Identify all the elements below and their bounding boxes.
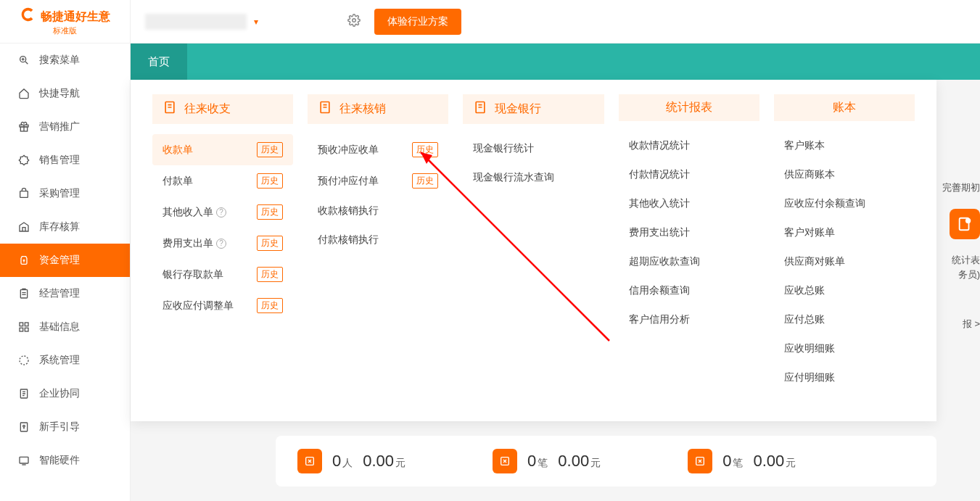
sidebar-item-11[interactable]: 新手引导 [0,410,130,444]
history-tag[interactable]: 历史 [257,142,283,157]
mega-item[interactable]: 预收冲应收单历史 [308,134,448,165]
history-tag[interactable]: 历史 [257,236,283,251]
history-tag[interactable]: 历史 [412,173,438,189]
stat-group-0: 0人0.00元 [297,449,405,473]
sidebar-item-6[interactable]: 资金管理 [0,244,130,277]
industry-plan-button[interactable]: 体验行业方案 [374,9,461,35]
mega-item-label: 付款核销执行 [318,233,379,247]
sidebar-item-label: 经营管理 [39,287,80,300]
svg-point-9 [20,356,28,365]
mega-item[interactable]: 应付总账 [774,305,915,334]
warehouse-icon [17,220,30,233]
float-badge-icon[interactable] [950,209,980,239]
mega-item[interactable]: 应收明细账 [774,334,915,363]
stat-icon [297,449,322,473]
clipboard-icon [17,287,30,300]
mega-item[interactable]: 付款单历史 [152,165,293,196]
mega-item[interactable]: 超期应收款查询 [619,247,759,276]
mega-header-title: 统计报表 [666,100,712,115]
mega-item[interactable]: 预付冲应付单历史 [308,165,448,196]
mega-item[interactable]: 收款单历史 [152,134,293,165]
sidebar-item-label: 企业协同 [39,387,80,400]
mega-item[interactable]: 应收总账 [774,276,915,305]
help-icon[interactable]: ? [216,239,226,249]
svg-rect-3 [20,191,28,198]
mega-item[interactable]: 客户信用分析 [619,305,759,334]
mega-item[interactable]: 收款核销执行 [308,196,448,225]
home-icon [17,87,30,100]
mega-item[interactable]: 应收应付余额查询 [774,189,915,218]
mega-item[interactable]: 供应商账本 [774,160,915,189]
history-tag[interactable]: 历史 [412,142,438,157]
history-tag[interactable]: 历史 [257,267,283,282]
mega-item[interactable]: 现金银行流水查询 [463,163,604,192]
hint-report[interactable]: 报 > [963,318,980,331]
mega-column-4: 账本客户账本供应商账本应收应付余额查询客户对账单供应商对账单应收总账应付总账应收… [774,94,915,392]
mega-header: 统计报表 [619,94,759,121]
document-icon [162,100,177,118]
sidebar-item-0[interactable]: 搜索菜单 [0,44,130,77]
help-icon[interactable]: ? [216,207,226,218]
svg-point-12 [23,425,25,427]
sidebar-item-label: 智能硬件 [39,454,80,467]
mega-item-label: 现金银行统计 [473,142,534,155]
mega-item[interactable]: 现金银行统计 [463,134,604,163]
mega-item[interactable]: 费用支出统计 [619,218,759,247]
settings-button[interactable] [344,12,364,32]
mega-item[interactable]: 其他收入单?历史 [152,196,293,228]
mega-item[interactable]: 付款核销执行 [308,225,448,254]
ring-icon [17,354,30,367]
logo-mark-icon [20,7,36,27]
mega-item[interactable]: 收款情况统计 [619,131,759,160]
mega-item[interactable]: 应付明细账 [774,363,915,392]
mega-header-title: 账本 [833,100,856,115]
hint-complete-initial[interactable]: 完善期初 [942,181,980,194]
sidebar-item-label: 基础信息 [39,320,80,334]
mega-item[interactable]: 费用支出单?历史 [152,228,293,259]
mega-item-label: 收款情况统计 [629,139,690,152]
stat-amount: 0.00元 [753,452,796,471]
mega-item-label: 客户对账单 [784,226,835,239]
mega-header-title: 往来收支 [184,102,231,117]
mega-header: 往来收支 [152,94,293,124]
doc-icon [17,387,30,400]
search-icon [17,54,30,67]
money-icon [17,254,30,267]
tab-home[interactable]: 首页 [131,44,187,80]
sidebar-item-5[interactable]: 库存核算 [0,210,130,244]
tabs-bar: 首页 [131,44,980,80]
sidebar-item-7[interactable]: 经营管理 [0,277,130,310]
org-selector[interactable]: ▾ [145,14,334,30]
sidebar-item-label: 采购管理 [39,187,80,200]
sidebar-item-4[interactable]: 采购管理 [0,177,130,210]
history-tag[interactable]: 历史 [257,204,283,220]
history-tag[interactable]: 历史 [257,173,283,189]
mega-menu: 往来收支收款单历史付款单历史其他收入单?历史费用支出单?历史银行存取款单历史应收… [131,80,936,421]
hint-stats-a[interactable]: 统计表 [952,254,980,267]
mega-item-label: 客户账本 [784,139,825,152]
sidebar-item-label: 销售管理 [39,154,80,167]
mega-item[interactable]: 信用余额查询 [619,276,759,305]
mega-item[interactable]: 其他收入统计 [619,189,759,218]
mega-column-0: 往来收支收款单历史付款单历史其他收入单?历史费用支出单?历史银行存取款单历史应收… [152,94,293,392]
sidebar-item-3[interactable]: 销售管理 [0,144,130,177]
sidebar-item-1[interactable]: 快捷导航 [0,77,130,110]
sidebar-item-8[interactable]: 基础信息 [0,310,130,344]
mega-item-label: 应付总账 [784,313,825,326]
mega-item-label: 供应商对账单 [784,255,845,268]
document-icon [473,100,487,118]
mega-item[interactable]: 应收应付调整单历史 [152,290,293,321]
grid-icon [17,320,30,334]
logo: 畅捷通好生意 标准版 [0,0,130,44]
mega-item[interactable]: 供应商对账单 [774,247,915,276]
mega-item[interactable]: 付款情况统计 [619,160,759,189]
mega-item[interactable]: 客户对账单 [774,218,915,247]
sidebar-item-10[interactable]: 企业协同 [0,377,130,410]
sidebar-item-9[interactable]: 系统管理 [0,344,130,377]
sidebar-item-12[interactable]: 智能硬件 [0,444,130,477]
mega-item[interactable]: 银行存取款单历史 [152,259,293,290]
history-tag[interactable]: 历史 [257,298,283,313]
brand-edition: 标准版 [53,25,77,36]
mega-item[interactable]: 客户账本 [774,131,915,160]
sidebar-item-2[interactable]: 营销推广 [0,110,130,144]
